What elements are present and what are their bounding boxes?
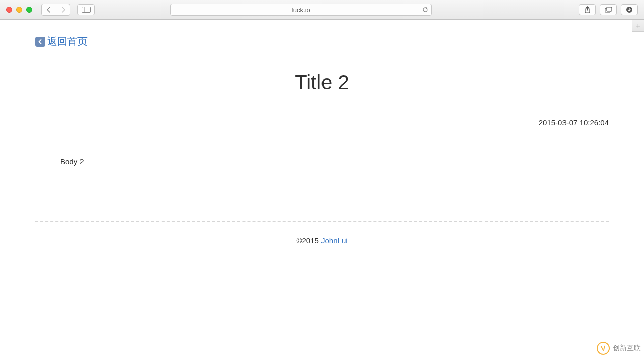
back-arrow-icon <box>35 37 45 47</box>
separator <box>35 221 609 222</box>
toolbar-right <box>579 4 638 15</box>
svg-rect-0 <box>82 7 91 13</box>
tabs-button[interactable] <box>600 4 617 15</box>
post-body: Body 2 <box>60 157 609 166</box>
back-home-link[interactable]: 返回首页 <box>35 35 88 48</box>
footer: ©2015 JohnLui <box>35 236 609 245</box>
back-home-label: 返回首页 <box>47 35 88 48</box>
address-bar[interactable]: fuck.io <box>170 4 432 16</box>
sidebar-toggle-button[interactable] <box>77 4 95 15</box>
close-window-button[interactable] <box>6 7 12 13</box>
nav-buttons <box>41 4 70 16</box>
share-button[interactable] <box>579 4 596 15</box>
author-link[interactable]: JohnLui <box>321 236 348 245</box>
post-timestamp: 2015-03-07 10:26:04 <box>35 118 609 127</box>
page-content: 返回首页 Title 2 2015-03-07 10:26:04 Body 2 … <box>0 20 644 245</box>
zoom-window-button[interactable] <box>26 7 32 13</box>
svg-rect-4 <box>607 7 612 11</box>
forward-button[interactable] <box>56 4 70 15</box>
window-controls <box>6 7 32 13</box>
copyright-text: ©2015 <box>296 236 321 245</box>
reload-icon[interactable] <box>422 7 428 13</box>
url-text: fuck.io <box>291 6 310 14</box>
browser-chrome: fuck.io <box>0 0 644 20</box>
back-button[interactable] <box>42 4 56 15</box>
watermark-text: 创新互联 <box>613 344 641 353</box>
watermark: V 创新互联 <box>597 342 641 355</box>
page-title: Title 2 <box>35 71 609 104</box>
downloads-button[interactable] <box>621 4 638 15</box>
minimize-window-button[interactable] <box>16 7 22 13</box>
watermark-logo-icon: V <box>596 341 610 355</box>
